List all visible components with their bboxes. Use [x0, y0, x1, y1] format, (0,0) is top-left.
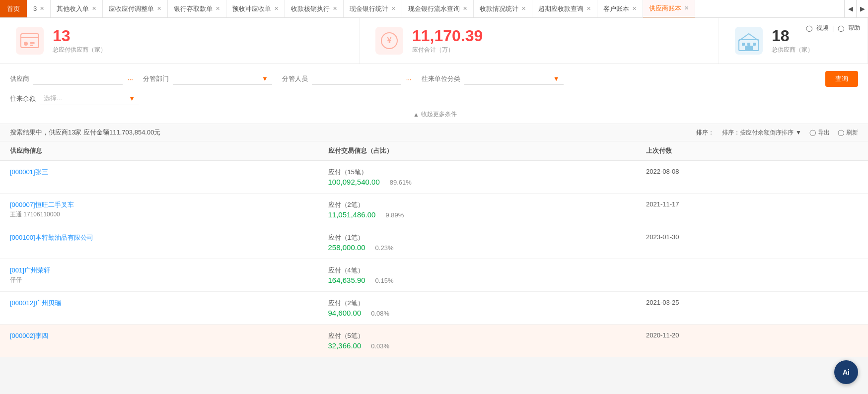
close-icon[interactable]: ✕	[684, 5, 689, 11]
nav-tab-advance[interactable]: 预收冲应收单 ✕	[226, 0, 285, 18]
supplier-link[interactable]: [000002]李四	[10, 332, 48, 339]
supplier-link[interactable]: [000100]本特勤油品有限公司	[10, 234, 93, 241]
supplier-link[interactable]: [000012]广州贝瑞	[10, 299, 61, 307]
tx-cell: 应付（2笔） 94,600.00 0.08%	[328, 299, 647, 317]
supplier-link[interactable]: [001]广州荣轩	[10, 266, 50, 274]
svg-point-3	[24, 42, 28, 46]
supplier-link[interactable]: [000001]张三	[10, 168, 48, 176]
close-icon[interactable]: ✕	[92, 5, 96, 12]
tab-label: 应收应付调整单	[109, 4, 154, 13]
balance-filter: 往来余额 选择... ▼	[10, 92, 139, 105]
tx-percent: 89.61%	[390, 179, 412, 186]
person-filter-label: 分管人员	[282, 74, 308, 83]
tab-label: 3	[33, 5, 37, 12]
tx-amount[interactable]: 258,000.00	[328, 243, 365, 252]
tx-amount[interactable]: 94,600.00	[328, 309, 362, 317]
sort-text: 排序：按应付余额倒序排序	[722, 129, 794, 137]
nav-arrows: ◀ ▶	[844, 0, 868, 18]
person-input[interactable]	[312, 73, 401, 85]
nav-tab-overdue[interactable]: 超期应收款查询 ✕	[532, 0, 597, 18]
tx-label: 应付（2笔）	[328, 299, 647, 308]
payable-total-amount: 11,170.39	[412, 28, 483, 44]
summary-card-payable-suppliers: 13 总应付供应商（家）	[0, 18, 360, 64]
close-icon[interactable]: ✕	[274, 5, 279, 12]
card-content-amount: 11,170.39 应付合计（万）	[412, 28, 483, 54]
close-icon[interactable]: ✕	[632, 5, 637, 12]
summary-card-payable-amount: ¥ 11,170.39 应付合计（万）	[360, 18, 719, 64]
tx-amount[interactable]: 11,051,486.00	[328, 210, 376, 219]
supplier-cell: [000002]李四	[10, 331, 328, 340]
tx-amount[interactable]: 100,092,540.00	[328, 178, 380, 186]
close-icon[interactable]: ✕	[391, 5, 396, 12]
total-supplier-label: 总供应商（家）	[772, 46, 813, 54]
nav-next-arrow[interactable]: ▶	[856, 0, 868, 18]
close-icon[interactable]: ✕	[463, 5, 467, 12]
tx-percent: 0.23%	[375, 244, 394, 252]
supplier-input[interactable]	[33, 73, 123, 85]
category-select[interactable]: ▼	[464, 73, 564, 85]
dept-filter-label: 分管部门	[143, 74, 169, 83]
balance-value: 选择...	[44, 94, 62, 103]
supplier-link[interactable]: [000007]恒旺二手叉车	[10, 201, 74, 208]
last-pay-date: 2021-11-17	[646, 200, 679, 208]
close-icon[interactable]: ✕	[40, 5, 44, 12]
refresh-button[interactable]: ◯ 刷新	[838, 129, 858, 137]
refresh-circle-icon: ◯	[838, 129, 844, 136]
tx-amount[interactable]: 32,366.00	[328, 341, 362, 350]
svg-rect-0	[16, 27, 44, 55]
nav-tab-cash-bank[interactable]: 现金银行统计 ✕	[344, 0, 402, 18]
circle-icon: ◯	[806, 25, 812, 32]
nav-tab-collection[interactable]: 收款核销执行 ✕	[285, 0, 344, 18]
tx-percent: 0.08%	[371, 310, 389, 317]
close-icon[interactable]: ✕	[157, 5, 161, 12]
chevron-down-icon2: ▼	[553, 75, 560, 82]
payable-total-label: 应付合计（万）	[412, 46, 483, 54]
nav-tab-adjustment[interactable]: 应收应付调整单 ✕	[103, 0, 168, 18]
video-link[interactable]: 视频	[816, 24, 828, 32]
circle-icon2: ◯	[838, 25, 844, 32]
close-icon[interactable]: ✕	[333, 5, 337, 12]
dept-select[interactable]: ▼	[173, 73, 272, 85]
close-icon[interactable]: ✕	[586, 5, 591, 12]
nav-home[interactable]: 首页	[0, 0, 27, 18]
close-icon[interactable]: ✕	[521, 5, 526, 12]
result-actions: 排序： 排序：按应付余额倒序排序 ▼ ◯ 导出 ◯ 刷新	[696, 129, 858, 137]
nav-prev-arrow[interactable]: ◀	[844, 0, 856, 18]
tx-label: 应付（4笔）	[328, 266, 647, 275]
query-button[interactable]: 查询	[825, 71, 858, 87]
tx-amount[interactable]: 164,635.90	[328, 276, 365, 284]
col-supplier-info: 供应商信息	[10, 146, 328, 155]
last-pay-cell: 2022-08-08	[646, 168, 858, 175]
close-icon[interactable]: ✕	[216, 5, 220, 12]
nav-tab-cashflow[interactable]: 现金银行流水查询 ✕	[402, 0, 474, 18]
tx-row: 100,092,540.00 89.61%	[328, 177, 647, 186]
collapse-button[interactable]: ▲ 收起更多条件	[10, 110, 858, 119]
nav-tab-other-income[interactable]: 其他收入单 ✕	[51, 0, 103, 18]
svg-rect-12	[747, 43, 750, 46]
supplier-filter-label: 供应商	[10, 74, 29, 83]
supplier-dots[interactable]: ···	[128, 75, 133, 83]
export-label: 导出	[818, 129, 830, 137]
filter-row-1: 供应商 ··· 分管部门 ▼ 分管人员 ··· 往来单位分类 ▼ 查询	[10, 71, 858, 87]
nav-tab-1[interactable]: 3 ✕	[27, 0, 51, 18]
summary-bar: 13 总应付供应商（家） ¥ 11,170.39 应付合计（万）	[0, 18, 868, 64]
table-row: [000012]广州贝瑞 应付（2笔） 94,600.00 0.08% 2021…	[0, 292, 868, 325]
separator: |	[832, 25, 834, 32]
svg-rect-11	[742, 43, 745, 46]
last-pay-cell: 2021-11-17	[646, 200, 858, 208]
nav-tab-receipt-stat[interactable]: 收款情况统计 ✕	[474, 0, 532, 18]
nav-tab-supplier-ledger[interactable]: 供应商账本 ✕	[643, 0, 695, 18]
tx-percent: 9.89%	[385, 211, 404, 219]
help-link[interactable]: 帮助	[848, 24, 860, 32]
person-dots[interactable]: ···	[406, 75, 412, 83]
last-pay-cell: 2023-01-30	[646, 233, 858, 241]
export-button[interactable]: ◯ 导出	[809, 129, 830, 137]
export-circle-icon: ◯	[809, 129, 816, 136]
balance-select[interactable]: 选择... ▼	[40, 92, 139, 105]
nav-tab-bank-deposit[interactable]: 银行存取款单 ✕	[168, 0, 226, 18]
table-header: 供应商信息 应付交易信息（占比） 上次付数	[0, 141, 868, 161]
supplier-cell: [001]广州荣轩 仔仔	[10, 266, 328, 284]
payable-icon	[15, 26, 45, 56]
nav-tab-customer-ledger[interactable]: 客户账本 ✕	[597, 0, 643, 18]
sort-button[interactable]: 排序：按应付余额倒序排序 ▼	[722, 129, 801, 137]
